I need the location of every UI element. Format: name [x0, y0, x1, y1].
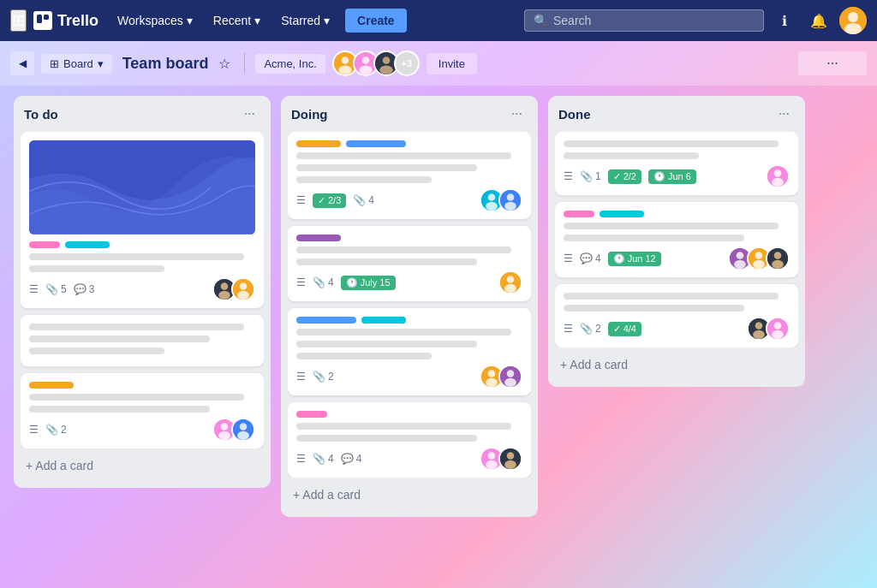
clock-icon: 🕐: [346, 277, 358, 288]
card-text-tertiary: [296, 353, 432, 359]
search-icon: 🔍: [534, 14, 548, 27]
add-card-todo-button[interactable]: + Add a card: [21, 452, 264, 479]
attachment-icon: 📎: [580, 170, 593, 182]
card-meta: ☰ 📎 4 💬 4: [296, 453, 480, 465]
due-date-badge: 🕐 Jun 6: [648, 169, 696, 184]
star-board-button[interactable]: ☆: [215, 52, 234, 75]
card-tags: [296, 411, 522, 418]
column-done-menu[interactable]: ···: [773, 104, 795, 123]
card-doing-2[interactable]: ☰ 📎 4 🕐 July 15: [288, 226, 531, 301]
grid-menu-button[interactable]: ⊞: [10, 9, 27, 32]
attachments-count: 📎 2: [313, 371, 334, 383]
card-done-2[interactable]: ☰ 💬 4 🕐 Jun 12: [555, 202, 798, 277]
svg-point-64: [774, 322, 782, 330]
workspaces-menu[interactable]: Workspaces ▾: [109, 9, 201, 33]
svg-point-13: [379, 66, 393, 74]
header-divider: [244, 53, 245, 74]
card-done-1[interactable]: ☰ 📎 1 ✓ 2/2 🕐 Jun 6: [555, 132, 798, 195]
svg-point-37: [488, 370, 496, 377]
card-text-primary: [296, 329, 511, 336]
card-text-primary: [29, 394, 244, 401]
trello-logo-icon: [33, 11, 52, 30]
attachment-icon: 📎: [353, 194, 366, 206]
card-todo-3[interactable]: ☰ 📎 2: [21, 373, 264, 448]
user-avatar[interactable]: [839, 7, 867, 34]
hamburger-icon: ☰: [29, 283, 39, 295]
attachments-count: 📎 5: [45, 283, 67, 295]
card-footer: ☰ 💬 4 🕐 Jun 12: [564, 246, 790, 270]
card-text-primary: [564, 140, 779, 147]
svg-rect-1: [44, 15, 49, 20]
card-assignees: [480, 188, 522, 212]
svg-point-55: [755, 252, 763, 259]
tag-yellow: [296, 140, 341, 147]
tag-blue: [346, 140, 406, 147]
card-text-primary: [296, 152, 511, 159]
svg-point-47: [504, 460, 516, 469]
hamburger-icon: ☰: [564, 323, 573, 335]
card-assignees: [212, 418, 255, 442]
search-bar[interactable]: 🔍: [524, 9, 764, 32]
starred-menu[interactable]: Starred ▾: [272, 9, 338, 33]
card-footer: ☰ 📎 1 ✓ 2/2 🕐 Jun 6: [564, 164, 790, 188]
assignee-avatar-2: [498, 447, 522, 471]
tag-cyan: [65, 241, 110, 248]
card-doing-3[interactable]: ☰ 📎 2: [288, 308, 531, 395]
card-todo-1[interactable]: ☰ 📎 5 💬 3: [21, 132, 264, 308]
sidebar-toggle-button[interactable]: ◀: [10, 51, 34, 75]
hamburger-icon: ☰: [296, 453, 306, 465]
assignee-avatar-1: [766, 164, 790, 188]
card-text-tertiary: [29, 347, 164, 354]
workspace-label[interactable]: Acme, Inc.: [255, 54, 325, 74]
card-cover: [29, 140, 255, 235]
column-done: Done ··· ☰ 📎 1 ✓ 2/2: [548, 96, 805, 387]
card-doing-4[interactable]: ☰ 📎 4 💬 4: [288, 402, 531, 478]
assignee-avatar-2: [231, 277, 255, 301]
svg-point-28: [488, 193, 496, 201]
svg-point-56: [753, 260, 765, 269]
trello-logo: Trello: [33, 11, 98, 30]
svg-point-53: [734, 260, 746, 269]
comments-count: 💬 3: [74, 283, 95, 295]
card-text-secondary: [564, 235, 744, 241]
info-button[interactable]: ℹ: [771, 7, 798, 34]
create-button[interactable]: Create: [345, 9, 407, 33]
recent-menu[interactable]: Recent ▾: [205, 9, 269, 33]
card-text-primary: [29, 324, 244, 330]
tag-cyan: [361, 317, 406, 324]
svg-point-44: [486, 460, 498, 469]
card-text-primary: [296, 423, 511, 430]
attachments-count: 📎 1: [580, 170, 601, 182]
search-input[interactable]: [553, 14, 755, 27]
card-footer: ☰ 📎 5 💬 3: [29, 277, 255, 301]
add-card-doing-button[interactable]: + Add a card: [288, 481, 531, 508]
column-doing-menu[interactable]: ···: [506, 104, 528, 123]
board-view-icon: ⊞: [50, 57, 59, 70]
card-done-3[interactable]: ☰ 📎 2 ✓ 4/4: [555, 284, 798, 347]
svg-point-22: [221, 423, 229, 431]
card-doing-1[interactable]: ☰ ✓ 2/3 📎 4: [288, 132, 531, 219]
card-todo-2[interactable]: [21, 315, 264, 366]
board-view-button[interactable]: ⊞ Board ▾: [41, 54, 112, 74]
invite-button[interactable]: Invite: [427, 53, 477, 74]
card-assignees: [728, 246, 790, 270]
add-card-done-button[interactable]: + Add a card: [555, 351, 798, 378]
member-avatar-count[interactable]: +3: [394, 50, 420, 76]
column-todo-menu[interactable]: ···: [239, 104, 260, 123]
svg-point-23: [218, 431, 230, 440]
column-done-title: Done: [558, 107, 591, 122]
svg-point-32: [504, 202, 516, 211]
more-options-button[interactable]: ···: [798, 51, 867, 75]
hamburger-icon: ☰: [296, 276, 306, 288]
card-text-primary: [564, 223, 779, 229]
svg-point-35: [504, 284, 516, 293]
hamburger-icon: ☰: [296, 194, 306, 206]
attachment-icon: 📎: [313, 453, 325, 465]
attachment-icon: 📎: [313, 276, 325, 288]
attachments-count: 📎 2: [45, 424, 67, 436]
svg-point-7: [338, 66, 352, 74]
card-text-secondary: [296, 435, 477, 442]
card-text-secondary: [29, 336, 210, 342]
card-meta: ☰ 📎 4 🕐 July 15: [296, 276, 498, 290]
notifications-button[interactable]: 🔔: [805, 7, 832, 34]
